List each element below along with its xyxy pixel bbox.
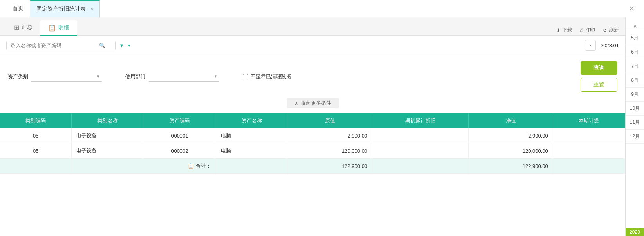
- table-container: 类别编码 类别名称 资产编码 资产名称 原值 期初累计折旧 净值 本期计提 05…: [0, 113, 625, 236]
- search-input-wrap[interactable]: 🔍: [6, 41, 116, 50]
- cell-category-code: 05: [0, 143, 72, 159]
- cell-original-value: 2,900.00: [288, 128, 372, 143]
- use-dept-label: 使用部门: [125, 73, 146, 80]
- left-panel: ⊞ 汇总 📋 明细 ⬇ 下载 ⎙ 打印 ↺ 刷新: [0, 17, 625, 236]
- tab-detail[interactable]: 📋 明细: [40, 20, 77, 36]
- filter-row: 资产类别 ▼ 使用部门 ▼ 不显示已清理数: [8, 61, 617, 92]
- summary-label: 汇总: [22, 24, 32, 31]
- cell-current-period: [553, 128, 625, 143]
- no-cleared-label: 不显示已清理数据: [251, 73, 291, 80]
- sidebar-month-item[interactable]: 9月: [626, 88, 644, 102]
- print-button[interactable]: ⎙ 打印: [580, 27, 595, 34]
- col-original-value: 原值: [288, 113, 372, 128]
- filter-icon: ▼: [119, 43, 124, 48]
- reset-button[interactable]: 重置: [581, 78, 617, 92]
- refresh-button[interactable]: ↺ 刷新: [603, 27, 619, 34]
- chevron-down-icon: ▼: [127, 43, 131, 48]
- use-dept-field: 使用部门 ▼: [125, 72, 219, 82]
- table-row: 05 电子设备 000002 电脑 120,000.00 120,000.00: [0, 143, 625, 159]
- col-asset-code: 资产编码: [144, 113, 216, 128]
- asset-category-select[interactable]: ▼: [31, 72, 102, 82]
- use-dept-dropdown-icon: ▼: [214, 74, 218, 79]
- tabs-row: ⊞ 汇总 📋 明细 ⬇ 下载 ⎙ 打印 ↺ 刷新: [0, 17, 625, 36]
- collapse-icon: ∧: [294, 100, 298, 106]
- sidebar-inner: ∧ 5月6月7月8月9月10月11月12月 2023: [626, 20, 644, 236]
- more-conditions-button[interactable]: ▼ ▼: [119, 43, 131, 48]
- sidebar-months: 5月6月7月8月9月10月11月12月: [626, 31, 644, 144]
- cell-initial-depreciation: [372, 143, 469, 159]
- search-bar: 🔍 ▼ ▼ › 2023.01: [0, 36, 625, 55]
- no-cleared-checkbox[interactable]: [243, 74, 248, 79]
- summary-label-cell: 📋 合计：: [72, 159, 216, 174]
- summary-net-value: 122,900.00: [469, 159, 553, 174]
- collapse-label: 收起更多条件: [301, 100, 331, 107]
- summary-asset-name: [216, 159, 288, 174]
- cell-asset-code: 000002: [144, 143, 216, 159]
- tab-summary[interactable]: ⊞ 汇总: [6, 20, 40, 35]
- arrow-right-icon: ›: [590, 43, 591, 48]
- asset-category-label: 资产类别: [8, 73, 28, 80]
- summary-row: 📋 合计： 122,900.00 122,900.00: [0, 159, 625, 174]
- cell-asset-code: 000001: [144, 128, 216, 143]
- tab-close-button[interactable]: ×: [90, 6, 93, 12]
- col-asset-name: 资产名称: [216, 113, 288, 128]
- detail-icon: 📋: [48, 24, 56, 32]
- summary-icon: ⊞: [14, 24, 19, 31]
- cell-asset-name: 电脑: [216, 128, 288, 143]
- cell-current-period: [553, 143, 625, 159]
- main-tab[interactable]: 固定资产折旧统计表 ×: [30, 0, 100, 17]
- search-icon[interactable]: 🔍: [99, 43, 105, 48]
- sidebar-month-item[interactable]: 12月: [626, 130, 644, 144]
- download-label: 下载: [562, 27, 572, 34]
- col-current-period: 本期计提: [553, 113, 625, 128]
- data-table: 类别编码 类别名称 资产编码 资产名称 原值 期初累计折旧 净值 本期计提 05…: [0, 113, 625, 174]
- cell-initial-depreciation: [372, 128, 469, 143]
- right-arrow-button[interactable]: ›: [585, 40, 596, 51]
- window-close-button[interactable]: ✕: [626, 4, 638, 13]
- cell-net-value: 120,000.00: [469, 143, 553, 159]
- summary-initial-depreciation: [372, 159, 469, 174]
- no-cleared-checkbox-wrap[interactable]: 不显示已清理数据: [243, 73, 291, 80]
- asset-category-field: 资产类别 ▼: [8, 72, 102, 82]
- sidebar-month-item[interactable]: 10月: [626, 102, 644, 116]
- detail-label: 明细: [58, 24, 69, 31]
- refresh-label: 刷新: [609, 27, 619, 34]
- sidebar-month-item[interactable]: 8月: [626, 73, 644, 88]
- summary-spacer: [0, 159, 72, 174]
- sidebar-month-item[interactable]: 11月: [626, 116, 644, 130]
- download-button[interactable]: ⬇ 下载: [556, 27, 572, 34]
- col-initial-depreciation: 期初累计折旧: [372, 113, 469, 128]
- sidebar-month-item[interactable]: 6月: [626, 45, 644, 59]
- sidebar-scroll-up[interactable]: ∧: [626, 20, 644, 31]
- use-dept-select[interactable]: ▼: [149, 72, 219, 82]
- print-label: 打印: [585, 27, 595, 34]
- sidebar-month-item[interactable]: 5月: [626, 31, 644, 45]
- sidebar-year-badge: 2023: [626, 228, 644, 236]
- refresh-icon: ↺: [603, 27, 607, 33]
- table-row: 05 电子设备 000001 电脑 2,900.00 2,900.00: [0, 128, 625, 143]
- cell-category-name: 电子设备: [72, 128, 144, 143]
- cell-original-value: 120,000.00: [288, 143, 372, 159]
- print-icon: ⎙: [580, 27, 583, 33]
- col-category-code: 类别编码: [0, 113, 72, 128]
- col-net-value: 净值: [469, 113, 553, 128]
- home-tab[interactable]: 首页: [6, 5, 30, 12]
- main-content: ⊞ 汇总 📋 明细 ⬇ 下载 ⎙ 打印 ↺ 刷新: [0, 17, 644, 236]
- tab-title: 固定资产折旧统计表: [36, 5, 86, 13]
- col-category-name: 类别名称: [72, 113, 144, 128]
- table-header-row: 类别编码 类别名称 资产编码 资产名称 原值 期初累计折旧 净值 本期计提: [0, 113, 625, 128]
- search-input[interactable]: [11, 43, 97, 48]
- top-nav: 首页 固定资产折旧统计表 × ✕: [0, 0, 644, 17]
- filter-buttons: 查询 重置: [581, 61, 617, 92]
- tab-actions: ⬇ 下载 ⎙ 打印 ↺ 刷新: [556, 27, 619, 35]
- sidebar-month-item[interactable]: 7月: [626, 59, 644, 73]
- cell-category-name: 电子设备: [72, 143, 144, 159]
- cell-net-value: 2,900.00: [469, 128, 553, 143]
- right-sidebar: ∧ 5月6月7月8月9月10月11月12月 2023: [625, 17, 644, 236]
- download-icon: ⬇: [556, 27, 561, 33]
- cell-category-code: 05: [0, 128, 72, 143]
- cell-asset-name: 电脑: [216, 143, 288, 159]
- summary-current-period: [553, 159, 625, 174]
- query-button[interactable]: 查询: [581, 61, 617, 75]
- collapse-conditions-button[interactable]: ∧ 收起更多条件: [287, 98, 339, 108]
